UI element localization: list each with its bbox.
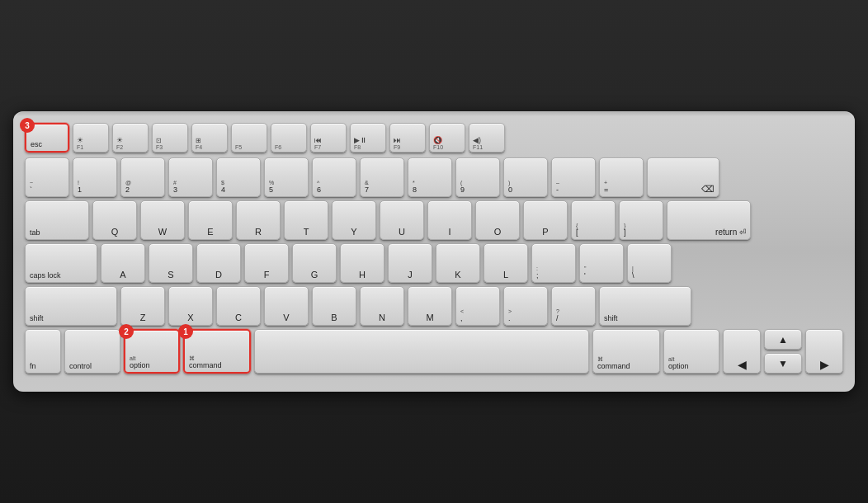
key-5[interactable]: % 5: [264, 157, 309, 197]
key-l[interactable]: L: [484, 243, 528, 283]
arrow-up-icon: ▲: [768, 335, 798, 345]
key-minus[interactable]: – -: [551, 157, 596, 197]
key-b[interactable]: B: [312, 286, 356, 326]
f10-label: F10: [433, 144, 443, 150]
playpause-icon: ▶⏸: [354, 136, 367, 144]
key-return[interactable]: return ⏎: [667, 200, 751, 240]
arrow-left-icon: ◀: [728, 359, 756, 370]
key-comma[interactable]: < ,: [455, 286, 500, 326]
key-control[interactable]: control: [64, 329, 120, 374]
key-f4[interactable]: ⊞ F4: [191, 123, 228, 153]
key-x[interactable]: X: [168, 286, 213, 326]
key-v[interactable]: V: [264, 286, 309, 326]
key-s[interactable]: S: [149, 243, 193, 283]
key-equals[interactable]: + =: [599, 157, 644, 197]
volume-down-icon: ◀): [473, 136, 481, 144]
key-semicolon[interactable]: : ;: [531, 243, 576, 283]
key-j[interactable]: J: [388, 243, 432, 283]
key-f[interactable]: F: [244, 243, 289, 283]
key-f9[interactable]: ⏭ F9: [389, 123, 426, 153]
key-3[interactable]: # 3: [168, 157, 213, 197]
key-6[interactable]: ^ 6: [312, 157, 356, 197]
key-command-right[interactable]: ⌘ command: [592, 329, 660, 374]
key-slash[interactable]: ? /: [551, 286, 596, 326]
key-r[interactable]: R: [236, 200, 281, 240]
key-y[interactable]: Y: [332, 200, 376, 240]
key-1[interactable]: ! 1: [73, 157, 117, 197]
key-7[interactable]: & 7: [360, 157, 404, 197]
badge-3: 3: [20, 118, 35, 133]
key-t[interactable]: T: [284, 200, 328, 240]
key-option-right[interactable]: alt option: [663, 329, 719, 374]
key-f6[interactable]: F6: [271, 123, 307, 153]
zxcv-row: shift Z X C V B N M < , > . ? / shift: [25, 286, 843, 326]
key-w[interactable]: W: [140, 200, 185, 240]
key-command-left[interactable]: 1 ⌘ command: [183, 329, 251, 374]
key-option-left[interactable]: 2 alt option: [124, 329, 180, 374]
key-f8[interactable]: ▶⏸ F8: [350, 123, 386, 153]
rewind-icon: ⏮: [314, 136, 322, 144]
key-arrow-up[interactable]: ▲: [764, 329, 802, 350]
key-d[interactable]: D: [196, 243, 241, 283]
key-n[interactable]: N: [360, 286, 404, 326]
key-backslash[interactable]: | \: [627, 243, 672, 283]
key-h[interactable]: H: [340, 243, 384, 283]
key-shift-right[interactable]: shift: [599, 286, 691, 326]
key-backspace[interactable]: ⌫: [647, 157, 719, 197]
arrow-down-icon: ▼: [768, 359, 798, 369]
key-z[interactable]: Z: [120, 286, 165, 326]
key-arrow-right[interactable]: ▶: [805, 329, 843, 374]
key-i[interactable]: I: [427, 200, 472, 240]
f4-label: F4: [196, 144, 202, 150]
key-f7[interactable]: ⏮ F7: [310, 123, 347, 153]
key-4[interactable]: $ 4: [216, 157, 261, 197]
key-arrow-left[interactable]: ◀: [723, 329, 761, 374]
key-c[interactable]: C: [216, 286, 261, 326]
key-f1[interactable]: ☀ F1: [73, 123, 109, 153]
key-capslock[interactable]: caps lock: [25, 243, 97, 283]
key-space[interactable]: [254, 329, 589, 374]
key-backtick[interactable]: ~ `: [25, 157, 69, 197]
key-u[interactable]: U: [380, 200, 424, 240]
number-row: ~ ` ! 1 @ 2 # 3 $ 4 % 5: [25, 157, 843, 197]
f8-label: F8: [354, 144, 361, 150]
key-k[interactable]: K: [436, 243, 480, 283]
arrow-right-icon: ▶: [810, 359, 838, 370]
esc-label: esc: [31, 141, 42, 148]
key-esc[interactable]: 3 esc: [25, 123, 69, 153]
key-f11[interactable]: ◀) F11: [469, 123, 505, 153]
key-shift-left[interactable]: shift: [25, 286, 117, 326]
key-9[interactable]: ( 9: [455, 157, 500, 197]
key-fn[interactable]: fn: [25, 329, 61, 374]
key-f5[interactable]: F5: [231, 123, 267, 153]
key-arrow-down[interactable]: ▼: [764, 353, 802, 374]
key-period[interactable]: > .: [503, 286, 548, 326]
key-quote[interactable]: " ': [579, 243, 624, 283]
badge-1: 1: [178, 324, 193, 339]
key-rbracket[interactable]: } ]: [619, 200, 663, 240]
key-m[interactable]: M: [408, 286, 452, 326]
f6-label: F6: [275, 144, 281, 150]
key-2[interactable]: @ 2: [120, 157, 165, 197]
key-f3[interactable]: ⊡ F3: [152, 123, 188, 153]
key-g[interactable]: G: [292, 243, 337, 283]
f3-label: F3: [156, 144, 163, 150]
key-tab[interactable]: tab: [25, 200, 89, 240]
key-lbracket[interactable]: { [: [571, 200, 616, 240]
key-f2[interactable]: ☀ F2: [112, 123, 149, 153]
f7-label: F7: [314, 144, 321, 150]
key-q[interactable]: Q: [92, 200, 137, 240]
brightness-high-icon: ☀: [116, 136, 123, 144]
key-p[interactable]: P: [523, 200, 568, 240]
key-a[interactable]: A: [101, 243, 145, 283]
f2-label: F2: [116, 144, 123, 150]
key-f10[interactable]: 🔇 F10: [429, 123, 465, 153]
key-o[interactable]: O: [475, 200, 520, 240]
key-e[interactable]: E: [188, 200, 233, 240]
key-0[interactable]: ) 0: [503, 157, 548, 197]
badge-2: 2: [119, 324, 134, 339]
key-8[interactable]: * 8: [408, 157, 452, 197]
keyboard-body: 3 esc ☀ F1 ☀ F2 ⊡ F3 ⊞ F4 F5: [13, 111, 855, 392]
f9-label: F9: [394, 144, 400, 150]
mute-icon: 🔇: [433, 136, 442, 144]
